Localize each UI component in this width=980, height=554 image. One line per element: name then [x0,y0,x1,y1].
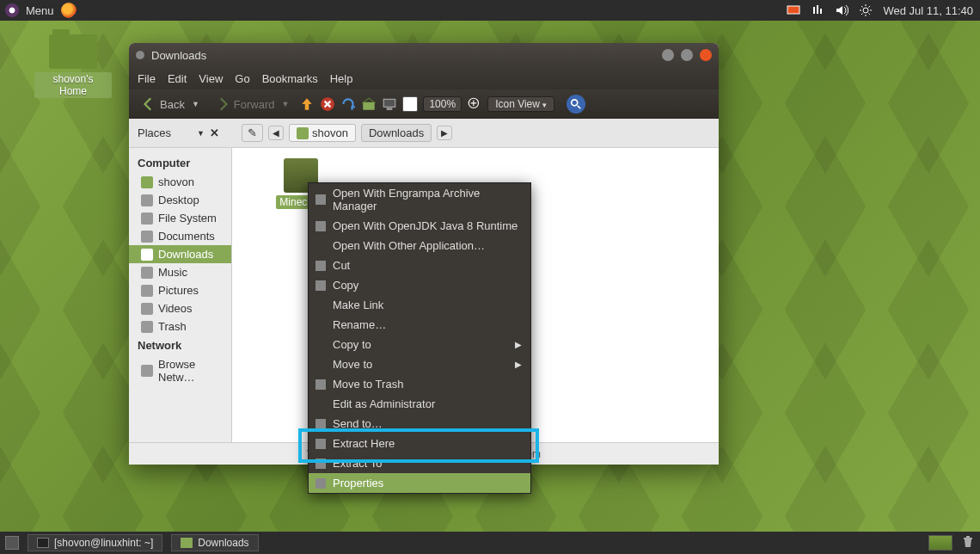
volume-icon[interactable] [835,3,848,17]
sidebar-item-browse-network[interactable]: Browse Netw… [129,355,231,386]
svg-rect-5 [387,108,393,110]
svg-rect-11 [315,280,326,291]
reload-button[interactable] [340,96,356,112]
svg-rect-3 [364,102,376,110]
path-forward-icon[interactable]: ▶ [437,126,452,140]
context-item-edit-as-administrator[interactable]: Edit as Administrator [309,394,530,414]
location-bar: Places ▼ ✕ ✎ ◀ shovon Downloads ▶ [129,119,719,148]
sidebar-item-trash[interactable]: Trash [129,317,231,335]
sidebar-item-music[interactable]: Music [129,263,231,281]
menu-view[interactable]: View [199,72,223,85]
back-button[interactable]: Back ▼ [136,95,205,114]
computer-button[interactable] [382,96,397,112]
sidebar-item-videos[interactable]: Videos [129,299,231,317]
zoom-in-button[interactable] [467,96,482,112]
edit-path-button[interactable]: ✎ [242,124,263,142]
submenu-arrow-icon: ▶ [515,340,522,349]
window-titlebar[interactable]: Downloads [129,43,719,67]
context-item-rename[interactable]: Rename… [309,315,530,335]
menu-go[interactable]: Go [235,72,249,85]
clock[interactable]: Wed Jul 11, 11:40 [883,4,973,17]
context-item-make-link[interactable]: Make Link [309,295,530,315]
display-icon[interactable] [787,3,800,17]
sidebar-item-downloads[interactable]: Downloads [129,245,231,263]
window-menu-icon[interactable] [136,51,144,59]
context-item-move-to-trash[interactable]: Move to Trash [309,374,530,394]
ctx-icon [314,259,328,273]
terminal-icon [37,538,49,548]
folder-icon [49,34,97,69]
home-button[interactable] [361,96,377,112]
context-item-copy-to[interactable]: Copy to▶ [309,335,530,354]
forward-button[interactable]: Forward ▼ [210,95,295,114]
chevron-down-icon[interactable]: ▼ [192,100,199,108]
sidebar-heading-computer: Computer [129,153,231,173]
sidebar-item-desktop[interactable]: Desktop [129,191,231,209]
places-dropdown[interactable]: Places ▼ [138,126,205,139]
stop-button[interactable] [320,96,335,112]
chevron-down-icon[interactable]: ▼ [282,100,290,108]
context-item-open-with-other-application[interactable]: Open With Other Application… [309,236,530,255]
ctx-icon [314,279,328,292]
settings-gear-icon[interactable] [859,3,873,17]
search-button[interactable] [567,95,585,114]
context-item-send-to[interactable]: Send to… [309,414,530,434]
workspace-switcher[interactable] [928,535,952,551]
minimize-button[interactable] [662,49,674,61]
taskbar-downloads[interactable]: Downloads [171,534,258,551]
svg-rect-15 [315,459,326,469]
forward-arrow-icon [215,96,230,112]
up-button[interactable] [299,96,315,112]
context-item-extract-to[interactable]: Extract To [309,453,530,473]
sidebar-item-documents[interactable]: Documents [129,227,231,245]
close-button[interactable] [700,49,712,61]
menu-button[interactable]: Menu [26,4,54,17]
close-places-icon[interactable]: ✕ [210,126,219,139]
bottom-panel: [shovon@linuxhint: ~] Downloads [0,532,980,554]
context-item-open-with-openjdk-java-8-runtime[interactable]: Open With OpenJDK Java 8 Runtime [309,216,530,236]
context-item-open-with-engrampa-archive-manager[interactable]: Open With Engrampa Archive Manager [309,183,530,216]
home-icon [297,127,309,139]
sidebar-item-pictures[interactable]: Pictures [129,281,231,299]
ctx-icon [314,477,328,490]
path-back-icon[interactable]: ◀ [268,126,284,140]
ctx-icon [314,417,328,431]
maximize-button[interactable] [681,49,693,61]
top-panel: Menu Wed Jul 11, 11:40 [0,0,980,21]
submenu-arrow-icon: ▶ [515,360,522,369]
menubar: File Edit View Go Bookmarks Help [129,67,719,89]
ctx-icon [314,457,328,471]
view-mode-selector[interactable]: Icon View ▾ [487,96,554,112]
desktop-home-folder[interactable]: shovon's Home [34,34,112,98]
sidebar-item-shovon[interactable]: shovon [129,173,231,191]
svg-rect-4 [384,99,396,107]
network-icon[interactable] [811,3,824,17]
firefox-icon[interactable] [61,3,77,18]
context-item-cut[interactable]: Cut [309,255,530,275]
menu-file[interactable]: File [138,72,156,85]
taskbar-terminal[interactable]: [shovon@linuxhint: ~] [28,534,162,551]
drive-icon [141,212,153,225]
svg-rect-9 [315,221,326,231]
back-arrow-icon [141,96,156,112]
context-item-properties[interactable]: Properties [309,473,530,493]
context-item-copy[interactable]: Copy [309,275,530,295]
zoom-out-button[interactable] [402,96,418,112]
menu-help[interactable]: Help [330,72,353,85]
menu-bookmarks[interactable]: Bookmarks [262,72,318,85]
distro-logo-icon[interactable] [5,3,19,17]
context-item-extract-here[interactable]: Extract Here [309,434,530,453]
ctx-icon [314,437,328,451]
breadcrumb-shovon[interactable]: shovon [289,124,356,142]
sidebar-item-filesystem[interactable]: File System [129,209,231,227]
folder-icon [181,538,193,548]
breadcrumb-downloads[interactable]: Downloads [361,124,432,142]
folder-icon [141,231,153,243]
zoom-level[interactable]: 100% [423,96,462,112]
svg-rect-10 [315,261,326,271]
folder-icon [141,249,153,261]
context-item-move-to[interactable]: Move to▶ [309,354,530,374]
menu-edit[interactable]: Edit [168,72,187,85]
trash-icon[interactable] [961,535,975,551]
show-desktop-button[interactable] [5,536,19,550]
